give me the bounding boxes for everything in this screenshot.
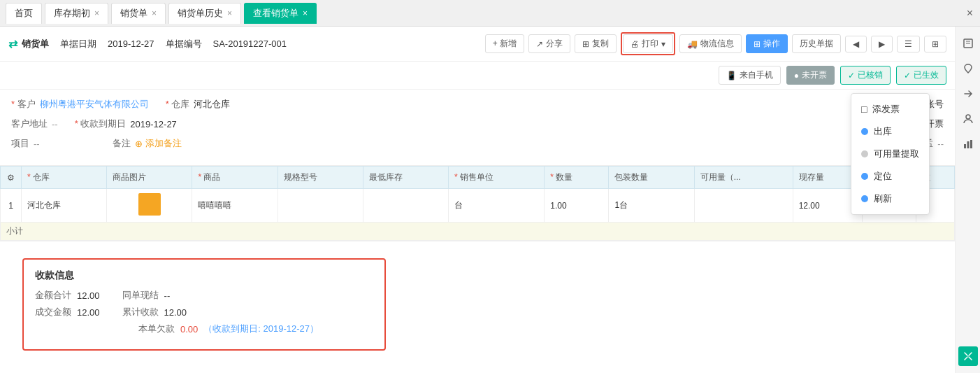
print-button[interactable]: 🖨 打印 ▾ xyxy=(623,34,673,53)
form-row-2: 客户地址 -- 收款到期日 2019-12-27 票据类型 不开票 xyxy=(11,118,944,130)
tab-close-sales-order[interactable]: × xyxy=(152,8,157,18)
amount-label: 金额合计 xyxy=(35,289,71,302)
confirmed-button[interactable]: ✓ 已核销 xyxy=(840,66,891,85)
logistics-button[interactable]: 🚚 物流信息 xyxy=(679,34,742,53)
payment-section: 收款信息 金额合计 12.00 同单现结 -- 成交金额 12.00 xyxy=(22,258,386,351)
form-section: 客户 柳州粤港平安气体有限公司 仓库 河北仓库 业务员 演示账号 客户地址 -- xyxy=(0,90,955,166)
dropdown-locate[interactable]: 定位 xyxy=(851,165,929,188)
due-date-value: 2019-12-27 xyxy=(130,119,177,129)
row-available xyxy=(694,189,793,223)
tab-close-inventory-init[interactable]: × xyxy=(94,8,99,18)
dropdown-add-invoice[interactable]: □ 添发票 xyxy=(851,98,929,120)
sidebar-icon-4[interactable] xyxy=(958,109,978,129)
col-unit: 销售单位 xyxy=(449,167,545,189)
form-row-1: 客户 柳州粤港平安气体有限公司 仓库 河北仓库 业务员 演示账号 xyxy=(11,98,944,111)
payment-row-3: 本单欠款 0.00 （收款到期日: 2019-12-27） xyxy=(35,323,373,335)
sidebar-icon-expand[interactable] xyxy=(958,346,978,366)
svg-rect-5 xyxy=(967,141,969,148)
window-close-button[interactable]: × xyxy=(967,7,973,20)
dropdown-outbound[interactable]: 出库 xyxy=(851,120,929,143)
customer-value[interactable]: 柳州粤港平安气体有限公司 xyxy=(40,98,149,111)
outbound-dot xyxy=(861,128,868,135)
doc-header-left: ⇄ 销货单 单据日期 2019-12-27 单据编号 SA-20191227-0… xyxy=(8,37,287,50)
prev-record-button[interactable]: ◀ xyxy=(845,36,867,52)
uninvoiced-button[interactable]: ● 未开票 xyxy=(786,66,835,85)
tab-view-sales[interactable]: 查看销货单 × xyxy=(244,3,317,24)
doc-title: ⇄ 销货单 xyxy=(8,37,49,50)
project-field: 项目 -- xyxy=(11,137,40,150)
refresh-dot xyxy=(861,195,868,202)
col-pack-qty: 包装数量 xyxy=(609,167,694,189)
col-image: 商品图片 xyxy=(107,167,192,189)
col-warehouse: 仓库 xyxy=(22,167,107,189)
sidebar-icon-3[interactable] xyxy=(958,84,978,104)
print-dropdown-icon: ▾ xyxy=(661,39,665,49)
list-view-button[interactable]: ☰ xyxy=(897,36,920,52)
operations-button[interactable]: ⊞ 操作 xyxy=(746,34,788,53)
col-spec: 规格型号 xyxy=(278,167,363,189)
cumulative-item: 累计收款 12.00 xyxy=(122,306,187,318)
effective-button[interactable]: ✓ 已生效 xyxy=(896,66,946,85)
dropdown-available-qty[interactable]: 可用量提取 xyxy=(851,143,929,165)
same-order-value: -- xyxy=(164,290,171,301)
payment-row-2: 成交金额 12.00 累计收款 12.00 xyxy=(35,306,373,318)
remark-field: 备注 ⊕ 添加备注 xyxy=(113,137,182,150)
due-date-field: 收款到期日 2019-12-27 xyxy=(75,118,177,130)
detail-view-button[interactable]: ⊞ xyxy=(924,36,946,52)
project-value: -- xyxy=(34,139,40,149)
history-button[interactable]: 历史单据 xyxy=(792,34,841,53)
tab-bar: 首页 库存期初 × 销货单 × 销货单历史 × 查看销货单 × × xyxy=(0,0,980,27)
tab-close-view-sales[interactable]: × xyxy=(303,8,308,18)
subtotal-cell: 小计 xyxy=(1,223,955,241)
next-record-button[interactable]: ▶ xyxy=(871,36,893,52)
warehouse-label: 仓库 xyxy=(166,98,190,111)
row-image xyxy=(107,189,192,223)
col-product: 商品 xyxy=(192,167,278,189)
doc-header: ⇄ 销货单 单据日期 2019-12-27 单据编号 SA-20191227-0… xyxy=(0,27,955,62)
print-highlight-box: 🖨 打印 ▾ xyxy=(621,32,675,55)
date-label: 单据日期 xyxy=(60,38,96,50)
table-row: 1 河北仓库 嘻嘻嘻嘻 台 1.00 1台 12.00 0. xyxy=(1,189,955,223)
new-button[interactable]: + 新增 xyxy=(485,34,524,53)
address-field: 客户地址 -- xyxy=(11,118,58,130)
tab-sales-order[interactable]: 销货单 × xyxy=(111,3,166,24)
tab-close-sales-history[interactable]: × xyxy=(227,8,232,18)
col-gear: ⚙ xyxy=(1,167,22,189)
svg-point-3 xyxy=(966,115,970,119)
address-label: 客户地址 xyxy=(11,118,48,130)
product-image xyxy=(138,193,161,216)
row-product: 嘻嘻嘻嘻 xyxy=(192,189,278,223)
row-warehouse: 河北仓库 xyxy=(22,189,107,223)
sidebar-icon-5[interactable] xyxy=(958,134,978,154)
tab-home[interactable]: 首页 xyxy=(6,3,42,24)
available-dot xyxy=(861,150,868,157)
row-min-stock xyxy=(363,189,448,223)
sidebar-icon-2[interactable] xyxy=(958,59,978,78)
sidebar-icon-1[interactable] xyxy=(958,34,978,53)
operations-dropdown: □ 添发票 出库 可用量提取 定位 刷新 xyxy=(851,93,930,215)
tab-inventory-init[interactable]: 库存期初 × xyxy=(45,3,108,24)
check-icon: ✓ xyxy=(848,71,855,80)
grid-icon: ⊞ xyxy=(754,39,761,49)
dropdown-refresh[interactable]: 刷新 xyxy=(851,188,929,210)
customer-field: 客户 柳州粤港平安气体有限公司 xyxy=(11,98,149,111)
cumulative-value: 12.00 xyxy=(164,307,187,318)
balance-label: 本单欠款 xyxy=(138,323,175,335)
products-table-container: ⚙ 仓库 商品图片 商品 规格型号 最低库存 销售单位 数量 包装数量 可用量（… xyxy=(0,166,955,241)
cumulative-label: 累计收款 xyxy=(122,306,159,318)
print-icon: 🖨 xyxy=(630,39,639,49)
products-table: ⚙ 仓库 商品图片 商品 规格型号 最低库存 销售单位 数量 包装数量 可用量（… xyxy=(0,166,955,241)
from-phone-button[interactable]: 📱 来自手机 xyxy=(719,66,781,85)
amount-item: 金额合计 12.00 xyxy=(35,289,100,302)
share-button[interactable]: ↗ 分享 xyxy=(528,34,570,53)
copy-button[interactable]: ⊞ 复制 xyxy=(575,34,617,53)
subtotal-row: 小计 xyxy=(1,223,955,241)
balance-value: 0.00 xyxy=(180,324,198,335)
doc-type-label: 销货单 xyxy=(22,38,49,50)
amount-value: 12.00 xyxy=(77,290,100,301)
tab-sales-history[interactable]: 销货单历史 × xyxy=(168,3,241,24)
row-spec xyxy=(278,189,363,223)
warehouse-field: 仓库 河北仓库 xyxy=(166,98,231,111)
add-remark-button[interactable]: ⊕ 添加备注 xyxy=(135,137,182,150)
number-value: SA-20191227-001 xyxy=(213,38,287,49)
